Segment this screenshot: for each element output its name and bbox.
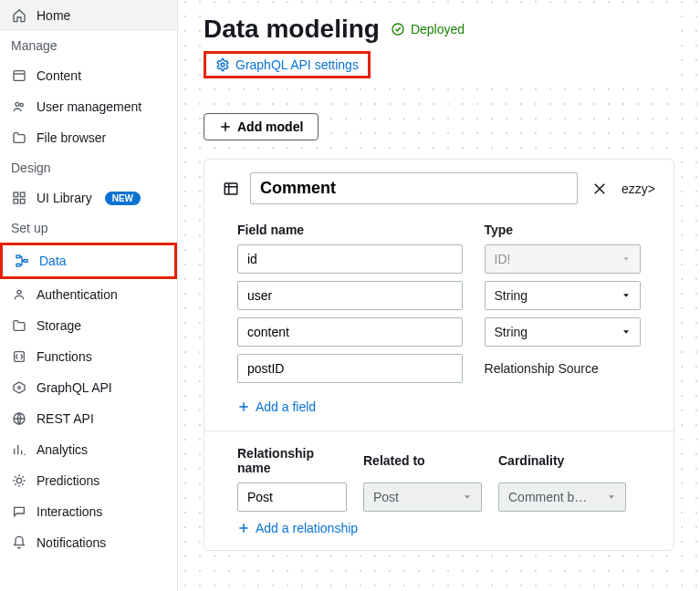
rel-cardinality-header: Cardinality xyxy=(498,453,626,468)
rest-api-icon xyxy=(11,410,27,427)
field-type-select[interactable]: String xyxy=(485,317,641,347)
field-type-select[interactable]: String xyxy=(485,281,641,310)
analytics-icon xyxy=(11,441,27,458)
sidebar-item-graphql-api[interactable]: GraphQL API xyxy=(0,372,177,403)
chevron-down-icon xyxy=(463,493,472,502)
svg-rect-5 xyxy=(14,199,18,203)
svg-rect-7 xyxy=(16,255,20,258)
model-card: ezzy> Field name Type ID! xyxy=(204,159,674,551)
plus-icon xyxy=(219,120,232,133)
svg-rect-3 xyxy=(14,192,18,197)
sidebar-item-rest-api[interactable]: REST API xyxy=(0,403,177,434)
sidebar-item-notifications[interactable]: Notifications xyxy=(0,527,177,558)
sidebar-item-label: Home xyxy=(37,8,70,23)
svg-point-1 xyxy=(16,102,19,106)
svg-point-2 xyxy=(20,103,23,106)
rel-name-header: Relationship name xyxy=(237,446,347,475)
svg-rect-0 xyxy=(14,71,25,81)
content-icon xyxy=(11,67,27,84)
sidebar-item-functions[interactable]: Functions xyxy=(0,341,177,372)
sidebar-item-label: Data xyxy=(39,254,67,268)
sidebar-item-predictions[interactable]: Predictions xyxy=(0,465,177,496)
field-row: String xyxy=(237,317,641,347)
divider xyxy=(204,430,674,431)
cardinality-select[interactable]: Comment b… xyxy=(498,482,626,512)
close-model-button[interactable] xyxy=(589,178,611,200)
svg-point-13 xyxy=(18,387,21,389)
storage-icon xyxy=(11,317,27,334)
field-row: String xyxy=(237,281,641,310)
add-model-button[interactable]: Add model xyxy=(204,113,319,140)
sidebar-item-interactions[interactable]: Interactions xyxy=(0,496,177,527)
svg-point-10 xyxy=(17,290,21,294)
sidebar-section-manage: Manage xyxy=(0,31,177,60)
sidebar-section-design: Design xyxy=(0,153,177,182)
related-to-select[interactable]: Post xyxy=(363,482,482,512)
chevron-down-icon xyxy=(607,493,616,502)
field-type-header: Type xyxy=(485,223,641,237)
new-badge: NEW xyxy=(105,192,141,205)
relationship-name-input[interactable] xyxy=(237,482,347,512)
ui-library-icon xyxy=(11,190,27,206)
auth-icon xyxy=(11,286,27,303)
predictions-icon xyxy=(11,472,27,489)
add-field-button[interactable]: Add a field xyxy=(237,399,316,414)
sidebar-item-storage[interactable]: Storage xyxy=(0,310,177,341)
chevron-down-icon xyxy=(622,254,631,264)
sidebar-item-file-browser[interactable]: File browser xyxy=(0,122,177,153)
check-icon xyxy=(391,22,405,36)
sidebar-item-user-management[interactable]: User management xyxy=(0,91,177,122)
svg-point-17 xyxy=(221,63,225,67)
svg-point-15 xyxy=(16,478,21,482)
sidebar-item-label: Storage xyxy=(37,318,81,333)
svg-rect-8 xyxy=(16,264,20,266)
svg-rect-4 xyxy=(20,192,25,197)
settings-link-text: GraphQL API settings xyxy=(235,57,359,72)
sidebar-item-content[interactable]: Content xyxy=(0,60,177,91)
home-icon xyxy=(11,7,27,24)
sidebar-item-ui-library[interactable]: UI Library NEW xyxy=(0,182,177,213)
svg-rect-9 xyxy=(24,260,27,263)
folder-icon xyxy=(11,130,27,146)
field-name-input[interactable] xyxy=(237,317,463,347)
sidebar-item-label: UI Library xyxy=(37,191,92,205)
field-name-input[interactable] xyxy=(237,354,463,383)
sidebar-item-authentication[interactable]: Authentication xyxy=(0,279,177,310)
status-badge: Deployed xyxy=(391,22,465,36)
add-model-label: Add model xyxy=(237,119,303,134)
sidebar-item-label: Analytics xyxy=(37,442,88,457)
model-name-input[interactable] xyxy=(250,172,578,204)
users-icon xyxy=(11,98,27,115)
field-name-header: Field name xyxy=(237,223,463,237)
model-icon xyxy=(223,181,239,197)
sidebar-item-home[interactable]: Home xyxy=(0,0,177,31)
graphql-icon xyxy=(11,379,27,396)
sidebar-section-setup: Set up xyxy=(0,213,177,243)
sidebar-item-label: Notifications xyxy=(37,535,106,550)
svg-point-16 xyxy=(392,24,403,35)
graphql-api-settings-link[interactable]: GraphQL API settings xyxy=(204,51,371,78)
functions-icon xyxy=(11,348,27,365)
sidebar-item-label: GraphQL API xyxy=(37,380,112,395)
status-text: Deployed xyxy=(411,22,465,36)
chevron-down-icon xyxy=(622,291,631,300)
field-name-input[interactable] xyxy=(237,281,463,310)
sidebar-item-label: REST API xyxy=(37,411,94,426)
page-title: Data modeling xyxy=(204,15,380,44)
data-icon xyxy=(14,253,30,269)
field-name-input[interactable] xyxy=(237,244,463,274)
field-row: Relationship Source xyxy=(237,354,641,383)
svg-marker-12 xyxy=(14,382,25,393)
svg-rect-6 xyxy=(20,199,25,203)
sidebar-item-analytics[interactable]: Analytics xyxy=(0,434,177,465)
sidebar-item-data[interactable]: Data xyxy=(0,243,177,279)
sidebar-item-label: Functions xyxy=(37,349,92,364)
sidebar: Home Manage Content User management File… xyxy=(0,0,178,591)
add-relationship-button[interactable]: Add a relationship xyxy=(237,521,358,535)
relationship-row: Post Comment b… xyxy=(237,482,641,512)
field-row: ID! xyxy=(237,244,641,274)
sidebar-item-label: File browser xyxy=(37,130,106,145)
sidebar-item-label: User management xyxy=(37,99,141,114)
gear-icon xyxy=(215,57,230,72)
sidebar-item-label: Authentication xyxy=(37,287,118,302)
